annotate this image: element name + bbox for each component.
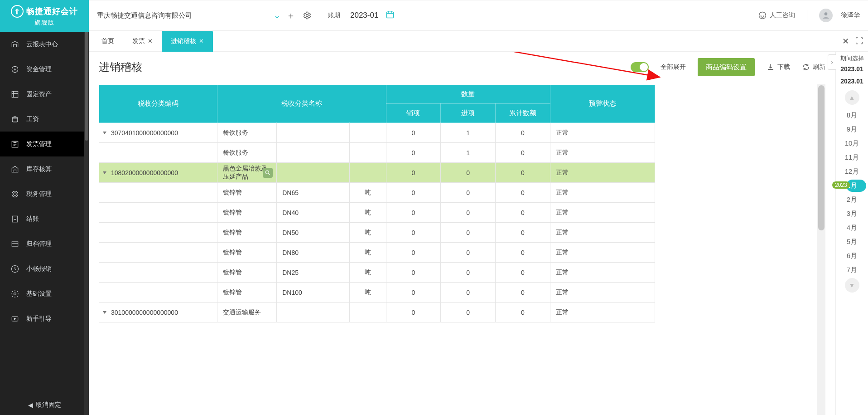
- close-icon[interactable]: ✕: [148, 38, 153, 44]
- search-icon[interactable]: [263, 168, 273, 178]
- sidebar-item-6[interactable]: 税务管理: [0, 181, 89, 206]
- rail-month-2月[interactable]: 2月: [836, 193, 868, 207]
- th-alert: 预警状态: [550, 85, 655, 123]
- cancel-pin[interactable]: ◀ 取消固定: [0, 395, 89, 415]
- rail-month-9月[interactable]: 9月: [836, 122, 868, 137]
- brand-logo: ⇧ 畅捷通好会计 旗舰版: [0, 0, 89, 32]
- rail-month-7月[interactable]: 7月: [836, 263, 868, 277]
- rail-down-icon[interactable]: ▼: [845, 278, 859, 293]
- nav-icon: [10, 264, 20, 274]
- org-selector[interactable]: 重庆畅捷交通信息咨询有限公司 ⌄: [97, 10, 280, 20]
- expand-toggle[interactable]: [631, 62, 649, 72]
- rail-month-5月[interactable]: 5月: [836, 235, 868, 249]
- period-value[interactable]: 2023-01: [350, 11, 378, 20]
- sidebar-item-9[interactable]: 小畅报销: [0, 256, 89, 281]
- rail-month-4月[interactable]: 4月: [836, 221, 868, 235]
- sidebar-item-10[interactable]: 基础设置: [0, 281, 89, 306]
- expand-caret-icon[interactable]: [103, 171, 106, 174]
- download-link[interactable]: 下载: [767, 63, 790, 71]
- table-row[interactable]: 1080200000000000000黑色金属冶炼及压延产品000正常: [99, 163, 655, 183]
- table-row[interactable]: 镀锌管DN65吨000正常: [99, 183, 655, 203]
- page-title: 进销稽核: [99, 60, 142, 74]
- th-in: 进项: [441, 104, 496, 123]
- svg-rect-1: [12, 91, 18, 97]
- expand-label: 全部展开: [661, 63, 686, 71]
- svg-point-12: [759, 12, 766, 19]
- close-all-icon[interactable]: ✕: [842, 36, 849, 46]
- table-row[interactable]: 镀锌管DN50吨000正常: [99, 223, 655, 243]
- rail-month-11月[interactable]: 11月: [836, 151, 868, 165]
- expand-caret-icon[interactable]: [103, 132, 106, 134]
- org-name: 重庆畅捷交通信息咨询有限公司: [97, 11, 192, 20]
- nav-icon: [10, 289, 20, 299]
- rail-month-3月[interactable]: 3月: [836, 207, 868, 221]
- calendar-icon[interactable]: [386, 10, 395, 21]
- arrow-left-icon: ◀: [28, 401, 33, 409]
- tab-1[interactable]: 发票✕: [123, 31, 162, 52]
- table-row[interactable]: 餐饮服务010正常: [99, 143, 655, 163]
- sidebar-item-2[interactable]: 固定资产: [0, 82, 89, 107]
- table-row[interactable]: 3070401000000000000餐饮服务010正常: [99, 123, 655, 143]
- sidebar-nav: 云报表中心资金管理固定资产工资发票管理库存核算税务管理结账归档管理小畅报销基础设…: [0, 32, 89, 395]
- sidebar-item-7[interactable]: 结账: [0, 206, 89, 231]
- year-badge: 2023: [832, 181, 850, 189]
- nav-icon: [10, 139, 20, 149]
- brand-name: 畅捷通好会计: [26, 6, 78, 17]
- rail-month-6月[interactable]: 6月: [836, 249, 868, 263]
- rail-collapse-icon[interactable]: ›: [828, 54, 836, 70]
- expand-caret-icon[interactable]: [103, 311, 106, 314]
- code-setting-button[interactable]: 商品编码设置: [698, 58, 755, 76]
- table-row[interactable]: 镀锌管DN80吨000正常: [99, 243, 655, 263]
- svg-rect-11: [387, 12, 394, 18]
- tab-2[interactable]: 进销稽核✕: [162, 31, 213, 52]
- svg-point-15: [266, 171, 269, 174]
- refresh-link[interactable]: 刷新: [802, 63, 825, 71]
- nav-icon: [10, 114, 20, 124]
- svg-point-13: [825, 12, 828, 15]
- sidebar-item-5[interactable]: 库存核算: [0, 156, 89, 181]
- svg-rect-6: [12, 242, 18, 246]
- rail-month-10月[interactable]: 10月: [836, 137, 868, 151]
- th-qty: 数量: [386, 85, 550, 104]
- svg-point-8: [14, 293, 16, 295]
- table-row[interactable]: 镀锌管DN25吨000正常: [99, 263, 655, 283]
- chevron-down-icon: ⌄: [274, 10, 280, 20]
- period-rail: › 期间选择 2023.01 | 2023.01 ▲ 8月9月10月11月12月…: [835, 52, 868, 415]
- sidebar: ⇧ 畅捷通好会计 旗舰版 云报表中心资金管理固定资产工资发票管理库存核算税务管理…: [0, 0, 89, 415]
- sidebar-item-4[interactable]: 发票管理: [0, 132, 89, 156]
- sidebar-item-11[interactable]: 新手引导: [0, 306, 89, 331]
- help-link[interactable]: 人工咨询: [758, 11, 795, 20]
- nav-icon: [10, 39, 20, 49]
- nav-icon: [10, 89, 20, 99]
- svg-point-10: [306, 15, 309, 17]
- sidebar-scrollbar[interactable]: [84, 32, 89, 415]
- svg-rect-2: [12, 117, 18, 122]
- tab-bar: 首页发票✕进销稽核✕ ✕ ⛶: [89, 31, 868, 52]
- user-name[interactable]: 徐泽华: [841, 11, 860, 20]
- table-row[interactable]: 镀锌管DN100吨000正常: [99, 283, 655, 303]
- brand-icon: ⇧: [11, 5, 24, 18]
- sidebar-item-3[interactable]: 工资: [0, 107, 89, 132]
- sidebar-item-0[interactable]: 云报表中心: [0, 32, 89, 57]
- add-button[interactable]: ＋: [285, 10, 297, 21]
- table-scrollbar[interactable]: [817, 84, 825, 415]
- avatar[interactable]: [819, 9, 833, 22]
- close-icon[interactable]: ✕: [199, 38, 204, 44]
- settings-icon[interactable]: [301, 10, 313, 21]
- th-code: 税收分类编码: [99, 85, 217, 123]
- table-row[interactable]: 镀锌管DN40吨000正常: [99, 203, 655, 223]
- table-row[interactable]: 3010000000000000000交通运输服务000正常: [99, 303, 655, 322]
- sidebar-item-1[interactable]: 资金管理: [0, 57, 89, 82]
- nav-icon: [10, 64, 20, 74]
- topbar: 重庆畅捷交通信息咨询有限公司 ⌄ ＋ 账期 2023-01 人工咨询 徐泽华: [89, 0, 868, 31]
- rail-range[interactable]: 2023.01 | 2023.01: [840, 65, 863, 85]
- rail-up-icon[interactable]: ▲: [845, 90, 859, 105]
- fullscreen-icon[interactable]: ⛶: [855, 36, 863, 46]
- nav-icon: [10, 239, 20, 249]
- rail-month-1月[interactable]: 20231月: [836, 179, 868, 193]
- rail-month-8月[interactable]: 8月: [836, 108, 868, 122]
- sidebar-item-8[interactable]: 归档管理: [0, 231, 89, 256]
- rail-month-12月[interactable]: 12月: [836, 165, 868, 179]
- tab-0[interactable]: 首页: [92, 31, 123, 52]
- th-out: 销项: [386, 104, 441, 123]
